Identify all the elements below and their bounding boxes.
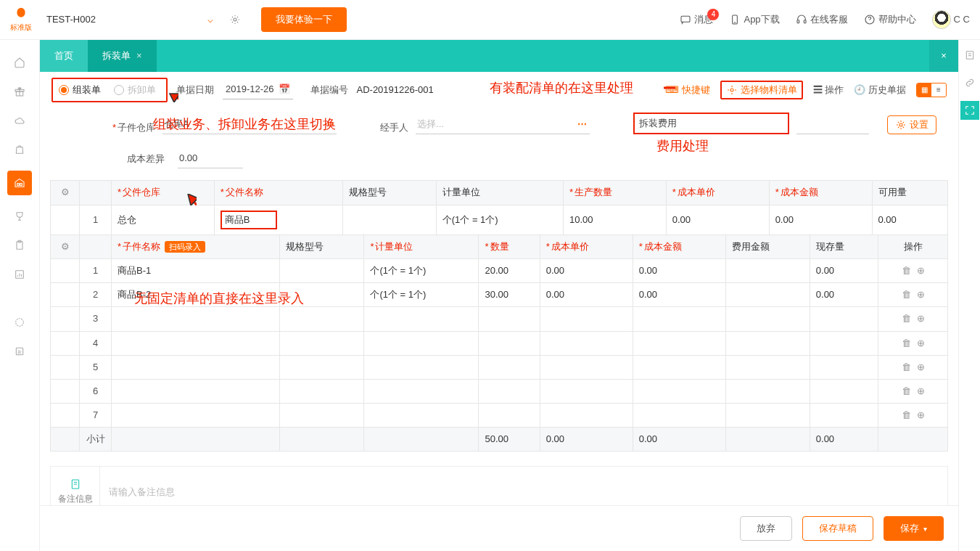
ops-link[interactable]: ☰ 操作	[813, 83, 844, 97]
message-icon	[680, 14, 691, 25]
save-button[interactable]: 保存	[884, 516, 944, 541]
gear-small-icon	[726, 84, 738, 96]
col-settings-icon[interactable]: ⚙	[51, 181, 80, 205]
table-row[interactable]: 1商品B-1个(1个 = 1个)20.000.000.000.00🗑⊕	[51, 258, 948, 282]
help-center-link[interactable]: 帮助中心	[864, 13, 916, 26]
nav-clipboard-icon[interactable]	[12, 237, 28, 253]
nav-new-icon[interactable]: 新	[12, 343, 28, 359]
delete-icon[interactable]: 🗑	[902, 265, 911, 276]
shortcut-link[interactable]: ⌨ 快捷键	[665, 83, 710, 97]
col-parent-name: 父件名称	[221, 187, 263, 197]
parent-name-cell[interactable]: 商品B	[221, 211, 277, 229]
svg-text:新: 新	[17, 349, 22, 354]
online-service-link[interactable]: 在线客服	[796, 13, 848, 26]
view-toggle[interactable]: ▦≡	[916, 83, 947, 97]
svg-rect-1	[681, 16, 690, 22]
doc-no-label: 单据编号	[310, 83, 348, 97]
list-view-icon[interactable]: ≡	[931, 83, 946, 97]
delete-icon[interactable]: 🗑	[902, 385, 911, 396]
table-row[interactable]: 7🗑⊕	[51, 404, 948, 428]
table-row[interactable]: 6🗑⊕	[51, 379, 948, 403]
nav-refresh-icon[interactable]	[12, 314, 28, 330]
tab-current[interactable]: 拆装单×	[88, 40, 157, 72]
col-child-stock: 现存量	[810, 234, 878, 258]
nav-home-icon[interactable]	[12, 54, 28, 70]
column-settings-button[interactable]: 设置	[887, 115, 936, 134]
col-unit: 计量单位	[436, 181, 563, 205]
avatar	[932, 10, 951, 29]
tenant-selector[interactable]: TEST-H002⌵	[39, 7, 221, 33]
settings-icon[interactable]	[223, 8, 247, 31]
nav-bag-icon[interactable]	[12, 142, 28, 158]
chevron-down-icon: ⌵	[207, 13, 213, 26]
delete-icon[interactable]: 🗑	[902, 313, 911, 324]
delete-icon[interactable]: 🗑	[902, 289, 911, 300]
table-row[interactable]: 4🗑⊕	[51, 331, 948, 355]
user-menu[interactable]: C C	[932, 10, 970, 29]
nav-cloud-icon[interactable]	[12, 113, 28, 128]
messages-link[interactable]: 消息 4	[680, 13, 713, 26]
tabbar-close-all[interactable]: ×	[929, 40, 958, 72]
close-icon[interactable]: ×	[136, 49, 142, 62]
note-icon	[70, 478, 81, 490]
col-price: 成本单价	[672, 187, 715, 197]
nav-warehouse-icon[interactable]	[7, 171, 32, 195]
save-draft-button[interactable]: 保存草稿	[802, 516, 873, 541]
remark-input[interactable]	[100, 467, 947, 505]
doc-no-value: AD-20191226-001	[357, 83, 434, 97]
more-icon[interactable]: ⋯	[577, 118, 588, 131]
delete-icon[interactable]: 🗑	[902, 338, 911, 348]
add-row-icon[interactable]: ⊕	[917, 265, 925, 276]
more-icon[interactable]: ⋯	[324, 118, 335, 131]
radio-assemble[interactable]: 组装单	[59, 83, 101, 97]
nav-gift-icon[interactable]	[12, 83, 28, 99]
table-row[interactable]: 2商品B-2个(1个 = 1个)30.000.000.000.00🗑⊕	[51, 283, 948, 307]
add-row-icon[interactable]: ⊕	[917, 362, 925, 372]
date-input[interactable]: 2019-12-26📅	[223, 81, 293, 99]
gear-icon	[895, 119, 907, 131]
col-avail: 可用量	[872, 181, 948, 205]
notes-icon[interactable]	[960, 46, 979, 65]
add-row-icon[interactable]: ⊕	[917, 338, 925, 348]
date-label: 单据日期	[176, 83, 214, 97]
col-spec: 规格型号	[343, 181, 437, 205]
tab-home[interactable]: 首页	[40, 40, 88, 72]
grid-view-icon[interactable]: ▦	[917, 83, 931, 97]
col-settings-icon[interactable]: ⚙	[51, 234, 80, 258]
history-link[interactable]: 🕘 历史单据	[854, 83, 906, 97]
table-row[interactable]: 1 总仓 商品B 个(1个 = 1个) 10.00 0.00 0.00 0.00	[51, 205, 948, 234]
phone-icon	[729, 14, 741, 25]
message-badge: 4	[707, 9, 719, 20]
cost-diff-label: 成本差异	[127, 152, 165, 166]
fee-input[interactable]: 拆装费用	[633, 113, 789, 134]
try-button[interactable]: 我要体验一下	[261, 7, 347, 32]
delete-icon[interactable]: 🗑	[902, 409, 911, 420]
headset-icon	[796, 14, 807, 25]
fee-value[interactable]	[796, 128, 869, 134]
svg-rect-5	[804, 20, 806, 23]
add-row-icon[interactable]: ⊕	[917, 385, 925, 396]
pick-bom-button[interactable]: 选择物料清单	[720, 81, 803, 99]
table-row[interactable]: 3🗑⊕	[51, 307, 948, 331]
app-download-link[interactable]: App下载	[729, 13, 779, 26]
child-wh-select[interactable]: 仓库A⋯	[162, 115, 337, 134]
add-row-icon[interactable]: ⊕	[917, 289, 925, 300]
fullscreen-icon[interactable]	[960, 101, 979, 120]
link-icon[interactable]	[960, 73, 979, 92]
delete-icon[interactable]: 🗑	[902, 362, 911, 372]
radio-disassemble[interactable]: 拆卸单	[114, 83, 156, 97]
col-amount: 成本金额	[775, 187, 818, 197]
footer: 放弃 保存草稿 保存	[40, 505, 958, 551]
nav-money-icon[interactable]	[12, 208, 28, 224]
add-row-icon[interactable]: ⊕	[917, 409, 925, 420]
col-qty: 生产数量	[569, 187, 612, 197]
add-row-icon[interactable]: ⊕	[917, 313, 925, 324]
remark-section: 备注信息	[50, 466, 948, 505]
handler-select[interactable]: 选择...⋯	[416, 115, 590, 134]
discard-button[interactable]: 放弃	[740, 516, 792, 541]
topbar: 标准版 TEST-H002⌵ 我要体验一下 消息 4 App下载 在线客服 帮助…	[0, 0, 980, 40]
nav-report-icon[interactable]	[12, 266, 28, 282]
svg-point-14	[16, 319, 24, 327]
scan-input-tag[interactable]: 扫码录入	[165, 241, 205, 253]
table-row[interactable]: 5🗑⊕	[51, 355, 948, 379]
